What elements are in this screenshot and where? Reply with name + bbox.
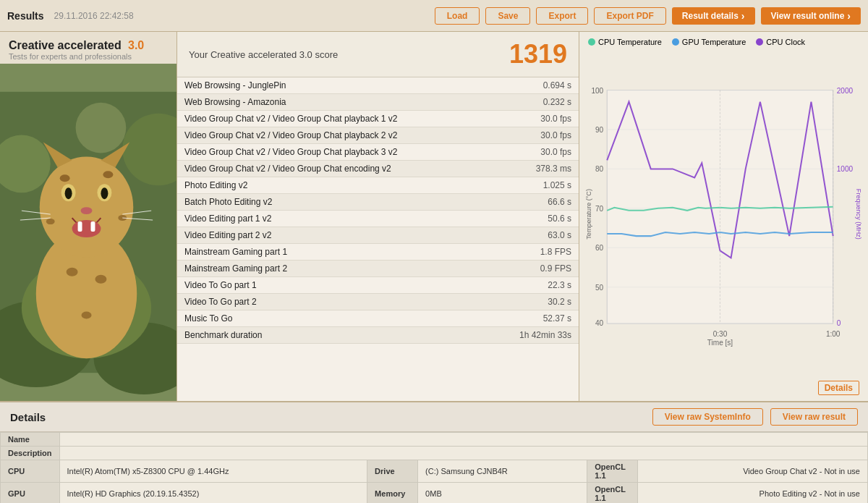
temperature-clock-chart: 100 90 80 70 60 50 40 Temperature (°C) 2…: [585, 52, 862, 398]
svg-text:50: 50: [595, 284, 604, 292]
result-row: Video Editing part 2 v263.0 s: [177, 227, 579, 244]
cpu-temp-dot: [588, 38, 595, 46]
svg-rect-16: [90, 221, 95, 232]
legend-cpu-clock: CPU Clock: [756, 38, 805, 46]
result-name: Mainstream Gaming part 2: [177, 261, 488, 277]
view-raw-sysinfo-button[interactable]: View raw SystemInfo: [652, 408, 763, 426]
details-description-row: Description: [1, 447, 868, 460]
result-row: Web Browsing - Amazonia0.232 s: [177, 94, 579, 111]
result-value: 30.0 fps: [488, 111, 579, 127]
chart-area: 100 90 80 70 60 50 40 Temperature (°C) 2…: [579, 52, 868, 401]
svg-point-11: [65, 187, 72, 199]
benchmark-subtitle: Tests for experts and professionals: [9, 52, 168, 61]
drive-value: (C:) Samsung CJNB4R: [418, 460, 587, 483]
result-name: Music To Go: [177, 310, 488, 327]
legend-gpu-temp: GPU Temperature: [672, 38, 746, 46]
result-value: 22.3 s: [488, 277, 579, 294]
benchmark-image: [0, 64, 176, 401]
export-button[interactable]: Export: [536, 7, 588, 25]
view-raw-result-button[interactable]: View raw result: [770, 408, 858, 426]
result-name: Video Group Chat v2 / Video Group Chat e…: [177, 161, 488, 177]
result-details-button[interactable]: Result details ›: [672, 7, 755, 25]
svg-text:0:30: 0:30: [713, 330, 728, 338]
svg-point-19: [46, 219, 55, 224]
result-row: Video To Go part 230.2 s: [177, 294, 579, 310]
export-pdf-button[interactable]: Export PDF: [594, 7, 665, 25]
svg-rect-15: [78, 221, 82, 232]
bottom-section: Details View raw SystemInfo View raw res…: [0, 401, 868, 503]
memory-label: Memory: [367, 483, 418, 504]
gpu-value: Intel(R) HD Graphics (20.19.15.4352): [59, 483, 367, 504]
memory-value: 0MB: [418, 483, 587, 504]
svg-point-14: [72, 220, 101, 237]
result-value: 0.232 s: [488, 94, 579, 111]
gpu-temp-label: GPU Temperature: [682, 38, 746, 46]
result-name: Video Group Chat v2 / Video Group Chat p…: [177, 111, 488, 127]
left-panel: Creative accelerated 3.0 Tests for exper…: [0, 32, 177, 401]
result-value: 0.694 s: [488, 77, 579, 94]
result-row: Mainstream Gaming part 20.9 FPS: [177, 261, 579, 277]
result-value: 30.2 s: [488, 294, 579, 310]
benchmark-results-table: Web Browsing - JunglePin0.694 sWeb Brows…: [177, 77, 579, 344]
svg-point-23: [82, 312, 92, 319]
result-name: Mainstream Gaming part 1: [177, 244, 488, 261]
cpu-clock-label: CPU Clock: [766, 38, 805, 46]
svg-text:2000: 2000: [837, 87, 854, 95]
result-row: Video Group Chat v2 / Video Group Chat p…: [177, 111, 579, 127]
svg-text:0: 0: [837, 319, 841, 327]
benchmark-version: 3.0: [128, 39, 144, 51]
result-name: Video Group Chat v2 / Video Group Chat p…: [177, 144, 488, 161]
result-row: Video Group Chat v2 / Video Group Chat e…: [177, 161, 579, 177]
opencl1-label: OpenCL 1.1: [587, 460, 638, 483]
svg-text:80: 80: [595, 165, 604, 173]
drive-label: Drive: [367, 460, 418, 483]
result-row: Photo Editing v21.025 s: [177, 177, 579, 194]
result-name: Web Browsing - JunglePin: [177, 77, 488, 94]
opencl2-label: OpenCL 1.1: [587, 483, 638, 504]
result-name: Video Editing part 1 v2: [177, 211, 488, 227]
score-label: Your Creative accelerated 3.0 score: [189, 49, 509, 60]
result-row: Video Group Chat v2 / Video Group Chat p…: [177, 144, 579, 161]
save-button[interactable]: Save: [485, 7, 530, 25]
opencl2-value: Photo Editing v2 - Not in use: [638, 483, 868, 504]
result-name: Video To Go part 2: [177, 294, 488, 310]
details-title: Details: [10, 411, 652, 423]
chart-details-button[interactable]: Details: [818, 381, 859, 395]
result-value: 50.6 s: [488, 211, 579, 227]
description-label: Description: [1, 447, 60, 460]
result-name: Photo Editing v2: [177, 177, 488, 194]
results-title: Results: [7, 10, 44, 22]
result-value: 0.9 FPS: [488, 261, 579, 277]
result-row: Batch Photo Editing v266.6 s: [177, 194, 579, 211]
result-name: Video Editing part 2 v2: [177, 227, 488, 244]
svg-text:Frequency (MHz): Frequency (MHz): [855, 189, 862, 240]
name-label: Name: [1, 433, 60, 447]
svg-text:60: 60: [595, 244, 604, 252]
view-result-online-button[interactable]: View result online ›: [761, 7, 861, 25]
result-value: 1.8 FPS: [488, 244, 579, 261]
chart-legend: CPU Temperature GPU Temperature CPU Cloc…: [579, 32, 868, 52]
svg-point-13: [81, 207, 93, 214]
result-row: Web Browsing - JunglePin0.694 s: [177, 77, 579, 94]
svg-text:40: 40: [595, 319, 604, 327]
top-bar: Results 29.11.2016 22:42:58 Load Save Ex…: [0, 0, 868, 32]
center-panel: Your Creative accelerated 3.0 score 1319…: [177, 32, 579, 401]
details-hardware-row: CPU Intel(R) Atom(TM) x5-Z8300 CPU @ 1.4…: [1, 460, 868, 483]
results-table: Web Browsing - JunglePin0.694 sWeb Brows…: [177, 77, 579, 401]
result-name: Video To Go part 1: [177, 277, 488, 294]
result-row: Music To Go52.37 s: [177, 310, 579, 327]
opencl1-value: Video Group Chat v2 - Not in use: [638, 460, 868, 483]
legend-cpu-temp: CPU Temperature: [588, 38, 662, 46]
result-value: 63.0 s: [488, 227, 579, 244]
svg-point-21: [67, 268, 78, 276]
gpu-label: GPU: [1, 483, 60, 504]
result-name: Batch Photo Editing v2: [177, 194, 488, 211]
details-gpu-row: GPU Intel(R) HD Graphics (20.19.15.4352)…: [1, 483, 868, 504]
load-button[interactable]: Load: [435, 7, 480, 25]
result-value: 1h 42min 33s: [488, 327, 579, 344]
cpu-label: CPU: [1, 460, 60, 483]
result-row: Mainstream Gaming part 11.8 FPS: [177, 244, 579, 261]
cpu-clock-dot: [756, 38, 763, 46]
svg-text:1:00: 1:00: [826, 330, 841, 338]
result-value: 66.6 s: [488, 194, 579, 211]
